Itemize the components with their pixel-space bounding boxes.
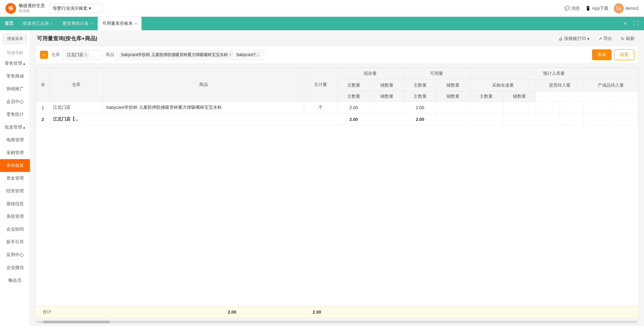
sidebar-item-purchase[interactable]: 采购管理 [0,146,30,159]
row-stock-aux [370,102,404,113]
settings-button[interactable]: 设置 [614,49,634,60]
unit-col-header: 主计量 [304,68,337,102]
row-prod-main [583,113,610,125]
sidebar-item-enterprise[interactable]: 企业协同 [0,223,30,236]
sidebar-item-operations[interactable]: 经营管理 [0,185,30,197]
sidebar-item-wholesale-mgmt[interactable]: 批发管理 ▲ [0,121,30,134]
row-avail-main: 2.00 [404,113,437,125]
sidebar-item-finance[interactable]: 资金管理 [0,172,30,185]
chevron-icon: ▲ [22,62,26,65]
sidebar-search-button[interactable]: 搜索菜单 [3,34,27,44]
tab-collection-summary[interactable]: 收发存汇总表 × [18,17,58,30]
row-unit: 个 [304,102,337,113]
sidebar-item-basic-info[interactable]: 基础信息 [0,197,30,210]
sidebar-item-apps[interactable]: 应用中心 [0,248,30,261]
product-input[interactable]: babycare学饮杯 儿童防摔防撞吸管杯重力球吸嘴杯宝宝水杯 × babyca… [116,50,264,60]
row-avail-main: 2.00 [404,102,437,113]
row-seq: 2 [36,113,50,125]
tab-available-inventory[interactable]: 可用量库存账本 × [98,17,142,30]
row-seq: 1 [36,102,50,113]
remove-warehouse-tag[interactable]: × [85,52,87,57]
prod-aux-header: 辅数量 [503,91,536,102]
sidebar-item-wechat[interactable]: 企业微信 [0,261,30,274]
available-col-header: 可用量 [404,68,470,80]
table-row: 1 江北门店 babycare学饮杯 儿童防摔防撞吸管杯重力球吸嘴杯宝宝水杯 个… [36,102,638,113]
refresh-icon: ↻ [621,36,625,41]
footer-prod-main [550,310,592,315]
row-pur-main [470,113,503,125]
footer-cells: 2.00 2.00 [55,310,635,315]
purchase-transit-header: 采购在途量 [470,80,536,91]
warehouse-label: 仓库 [51,52,60,58]
sidebar-item-inventory[interactable]: 库存核算 [0,159,30,172]
table-body: 1 江北门店 babycare学饮杯 儿童防摔防撞吸管杯重力球吸嘴杯宝宝水杯 个… [36,102,638,125]
table-container: ⚙ 仓库 商品 主计量 现存量 可用量 预计入库量 主数量 辅数量 主数量 辅数… [36,67,639,306]
top-bar-right: 💬 消息 📱 App下载 Ea demo2 [565,3,639,13]
close-icon[interactable]: × [135,21,137,26]
production-header: 产成品待入量 [583,80,638,91]
close-all-tabs-button[interactable]: × [621,19,629,28]
message-label: 消息 [571,5,580,11]
sidebar-nav-label: 快捷导航 [0,47,30,57]
horizontal-scrollbar[interactable] [36,321,638,323]
row-in-main [536,113,560,125]
expand-filter-button[interactable]: » [40,51,48,59]
export-label: 导出 [603,36,612,42]
sidebar-item-guide[interactable]: 新手引导 [0,236,30,248]
chevron-icon: ▲ [22,126,26,129]
maximize-button[interactable]: ⛶ [632,19,640,28]
page-header: 可用量查询(按仓库+商品) 🖨 按模板打印 ▾ ↗ 导出 ↻ 刷新 [30,30,644,46]
brand-sub: 标准版 [19,8,45,13]
refresh-label: 刷新 [626,36,635,42]
print-button[interactable]: 🖨 按模板打印 ▾ [556,34,592,43]
settings-col-header[interactable]: ⚙ [36,68,50,102]
content-area: 可用量查询(按仓库+商品) 🖨 按模板打印 ▾ ↗ 导出 ↻ 刷新 [30,30,644,326]
scrollbar-thumb[interactable] [43,321,110,323]
more-options[interactable]: ... [90,52,94,57]
chevron-down-icon: ▾ [587,36,590,41]
query-button[interactable]: 查询 [592,49,611,60]
row-pur-aux [503,113,536,125]
sidebar-item-system[interactable]: 系统管理 [0,210,30,223]
warehouse-input[interactable]: 江北门店 × ... [62,50,102,60]
sidebar-item-marketing[interactable]: 营销推广 [0,83,30,95]
footer-stock-main: 2.00 [211,310,253,315]
table-header-row-1: ⚙ 仓库 商品 主计量 现存量 可用量 预计入库量 [36,68,638,80]
sidebar-search-area: 搜索菜单 [0,30,30,47]
refresh-button[interactable]: ↻ 刷新 [618,34,637,43]
row-warehouse: 江北门店【... [50,113,103,125]
sidebar-item-retail-mall[interactable]: 零售商城 [0,70,30,83]
in-main-header: 主数量 [404,91,437,102]
row-in-aux [560,102,584,113]
tab-home[interactable]: 首页 [0,17,18,30]
export-button[interactable]: ↗ 导出 [596,34,615,43]
app-download-button[interactable]: 📱 App下载 [585,5,608,11]
tab-order-stats[interactable]: 要货单统计表 × [58,17,97,30]
sidebar-item-retail-stats[interactable]: 零售统计 [0,108,30,121]
pur-main-header: 主数量 [337,91,370,102]
sidebar-item-member[interactable]: 畅会员 [0,274,30,287]
avatar: Ea [614,3,624,13]
export-icon: ↗ [598,36,602,41]
sidebar-item-retail-mgmt[interactable]: 零售管理 ▲ [0,57,30,70]
user-menu[interactable]: Ea demo2 [614,3,639,13]
row-stock-main: 2.00 [337,113,370,125]
industry-select[interactable]: 母婴行业演示账套 ▾ [49,4,103,13]
sidebar: 搜索菜单 快捷导航 零售管理 ▲ 零售商城 营销推广 会员中心 零售统计 批发管… [0,30,30,326]
remove-product-tag1[interactable]: × [229,52,231,57]
warehouse-tag: 江北门店 × [65,52,89,58]
sidebar-item-ecommerce[interactable]: 电商管理 [0,134,30,146]
footer-label: 合计 [39,309,55,315]
close-icon[interactable]: × [51,21,53,26]
product-tag2: babycare?... [235,52,261,57]
app-icon: 📱 [585,6,591,11]
warehouse-filter: 仓库 江北门店 × ... [51,50,102,60]
sidebar-item-member-center[interactable]: 会员中心 [0,95,30,108]
stock-aux-header: 辅数量 [370,80,404,91]
footer-prod-aux [593,310,635,315]
warehouse-col-header: 仓库 [50,68,103,102]
close-icon[interactable]: × [91,21,93,26]
print-icon: 🖨 [558,36,563,41]
message-button[interactable]: 💬 消息 [565,5,580,11]
row-product [103,113,304,125]
